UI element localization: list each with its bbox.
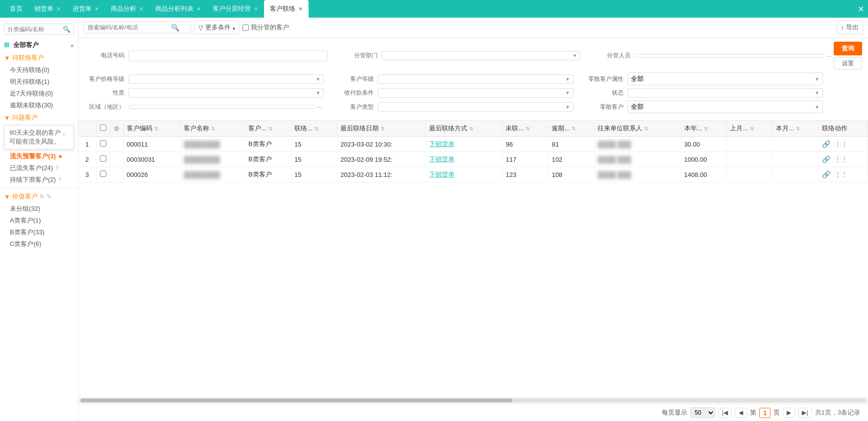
tab-purchase[interactable]: 进货单 ✕: [67, 0, 105, 18]
past-contacts-sort[interactable]: 往来单位联系人 ⇅: [598, 124, 648, 133]
sidebar-group-value[interactable]: ▼ 价值客户 ↻ ✎: [0, 190, 78, 203]
th-no-contact[interactable]: 未联... ⇅: [503, 121, 549, 137]
th-past-contacts[interactable]: 往来单位联系人 ⇅: [595, 121, 681, 137]
cell-last-method[interactable]: 下销货单: [426, 167, 503, 182]
th-name[interactable]: 客户名称 ⇅: [181, 121, 245, 137]
action-more-icon[interactable]: ⋮⋮: [834, 140, 848, 148]
scrollbar-thumb[interactable]: [80, 398, 512, 402]
sidebar-item-7days[interactable]: 近7天待联络(0): [0, 88, 78, 99]
sidebar-item-tomorrow[interactable]: 明天待联络(1): [0, 76, 78, 88]
last-date-sort[interactable]: 最后联络日期 ⇅: [340, 124, 385, 133]
row-checkbox[interactable]: [100, 155, 106, 162]
cell-checkbox[interactable]: [96, 152, 110, 167]
row-checkbox[interactable]: [100, 171, 106, 177]
filter-phone-input[interactable]: [128, 50, 328, 61]
my-customers-filter[interactable]: 我分管的客户: [242, 23, 289, 32]
cell-checkbox[interactable]: [96, 137, 110, 152]
tab-analysis-close[interactable]: ✕: [139, 6, 144, 12]
sidebar-collapse-btn[interactable]: «: [71, 42, 74, 49]
row-checkbox[interactable]: [100, 140, 106, 147]
action-link-icon[interactable]: 🔗: [822, 155, 830, 163]
tab-purchase-close[interactable]: ✕: [95, 6, 99, 12]
sidebar-item-class-c[interactable]: C类客户(6): [0, 238, 78, 250]
tab-customer-tier[interactable]: 客户分层经营 ✕: [207, 0, 264, 18]
th-type[interactable]: 客户... ⇅: [245, 121, 291, 137]
sidebar-group-problem[interactable]: ▼ 问题客户: [0, 111, 78, 124]
th-overdue[interactable]: 逾期... ⇅: [549, 121, 595, 137]
refresh-icon[interactable]: ↻: [40, 193, 45, 200]
settings-button[interactable]: 设置: [834, 57, 862, 70]
last-method-sort[interactable]: 最后联络方式 ⇅: [429, 124, 473, 133]
th-last-month[interactable]: 上月... ⇅: [727, 121, 773, 137]
per-page-select[interactable]: 50 100 200: [690, 407, 715, 418]
filter-retail-attr-select[interactable]: 全部▼: [627, 73, 823, 85]
sidebar-group-pending[interactable]: ▼ 待联络客户: [0, 51, 78, 64]
this-year-sort[interactable]: 本年... ⇅: [684, 124, 708, 133]
sidebar-search-box[interactable]: 🔍: [4, 24, 74, 35]
code-sort[interactable]: 客户编码 ⇅: [127, 124, 158, 133]
th-this-month[interactable]: 本月... ⇅: [773, 121, 819, 137]
next-page-btn[interactable]: ▶: [783, 408, 795, 418]
last-method-link[interactable]: 下销货单: [429, 171, 455, 178]
query-button[interactable]: 查询: [834, 42, 862, 55]
last-month-sort[interactable]: 上月... ⇅: [730, 124, 754, 133]
th-checkbox[interactable]: [96, 121, 110, 137]
sidebar-item-churned[interactable]: 已流失客户(24) ?: [0, 162, 78, 174]
filter-status-select[interactable]: ▼: [627, 88, 823, 98]
my-customers-checkbox[interactable]: [242, 25, 249, 31]
sidebar-item-class-b[interactable]: B类客户(33): [0, 226, 78, 238]
tab-home[interactable]: 首页: [4, 0, 28, 18]
cell-action[interactable]: 🔗 ⋮⋮: [819, 137, 868, 152]
last-method-link[interactable]: 下销货单: [429, 140, 455, 148]
tab-analysis[interactable]: 商品分析 ✕: [105, 0, 149, 18]
tab-sales[interactable]: 销货单 ✕: [28, 0, 67, 18]
cell-last-method[interactable]: 下销货单: [426, 137, 503, 152]
cell-action[interactable]: 🔗 ⋮⋮: [819, 167, 868, 182]
th-last-method[interactable]: 最后联络方式 ⇅: [426, 121, 503, 137]
filter-more-btn[interactable]: ▽ 更多条件 ▴: [194, 21, 240, 34]
filter-region-select[interactable]: [128, 105, 314, 109]
filter-dept-select[interactable]: ▼: [382, 51, 581, 60]
search-button[interactable]: 🔍: [171, 24, 179, 31]
filter-payment-select[interactable]: ▼: [378, 88, 573, 98]
select-all-checkbox[interactable]: [100, 124, 106, 131]
first-page-btn[interactable]: |◀: [718, 408, 732, 418]
prev-page-btn[interactable]: ◀: [735, 408, 747, 418]
contact-sort[interactable]: 联络... ⇅: [294, 124, 318, 133]
tab-analysis-list[interactable]: 商品分析列表 ✕: [149, 0, 207, 18]
th-this-year[interactable]: 本年... ⇅: [681, 121, 727, 137]
sidebar-search-input[interactable]: [7, 26, 63, 33]
sidebar-item-churn-warning[interactable]: 流失预警客户(3) ●: [0, 150, 78, 162]
sidebar-item-declining[interactable]: 持续下滑客户(2) ?: [0, 174, 78, 186]
action-more-icon[interactable]: ⋮⋮: [834, 171, 848, 178]
th-settings[interactable]: ⚙: [110, 121, 123, 137]
th-code[interactable]: 客户编码 ⇅: [123, 121, 181, 137]
tab-sales-close[interactable]: ✕: [56, 6, 61, 12]
th-contact[interactable]: 联络... ⇅: [291, 121, 338, 137]
search-input[interactable]: [88, 24, 171, 31]
filter-cust-level-select[interactable]: ▼: [378, 74, 573, 84]
table-settings-icon[interactable]: ⚙: [114, 125, 120, 132]
cell-last-method[interactable]: 下销货单: [426, 152, 503, 167]
filter-region-dots[interactable]: ···: [314, 103, 324, 111]
tab-customer-link[interactable]: 客户联络 ✕: [264, 0, 309, 18]
filter-price-select[interactable]: ▼: [128, 74, 324, 84]
sidebar-all-customers[interactable]: ⊞ 全部客户 «: [0, 39, 78, 51]
this-month-sort[interactable]: 本月... ⇅: [776, 124, 800, 133]
overdue-sort[interactable]: 逾期... ⇅: [552, 124, 576, 133]
name-sort[interactable]: 客户名称 ⇅: [184, 124, 215, 133]
export-button[interactable]: ↑ 导出: [837, 21, 864, 34]
last-method-link[interactable]: 下销货单: [429, 155, 455, 163]
filter-manager-select[interactable]: [634, 54, 824, 58]
horizontal-scrollbar[interactable]: [78, 397, 868, 404]
tab-analysis-list-close[interactable]: ✕: [196, 6, 201, 12]
action-link-icon[interactable]: 🔗: [822, 171, 830, 178]
action-link-icon[interactable]: 🔗: [822, 140, 830, 148]
edit-icon[interactable]: ✎: [47, 193, 51, 200]
filter-cust-type-select[interactable]: ▼: [378, 102, 573, 112]
type-sort[interactable]: 客户... ⇅: [248, 124, 272, 133]
sidebar-item-unclassified[interactable]: 未分组(32): [0, 203, 78, 215]
sidebar-item-today[interactable]: 今天待联络(0): [0, 64, 78, 76]
filter-manager-dots[interactable]: ···: [824, 52, 834, 60]
cell-checkbox[interactable]: [96, 167, 110, 182]
